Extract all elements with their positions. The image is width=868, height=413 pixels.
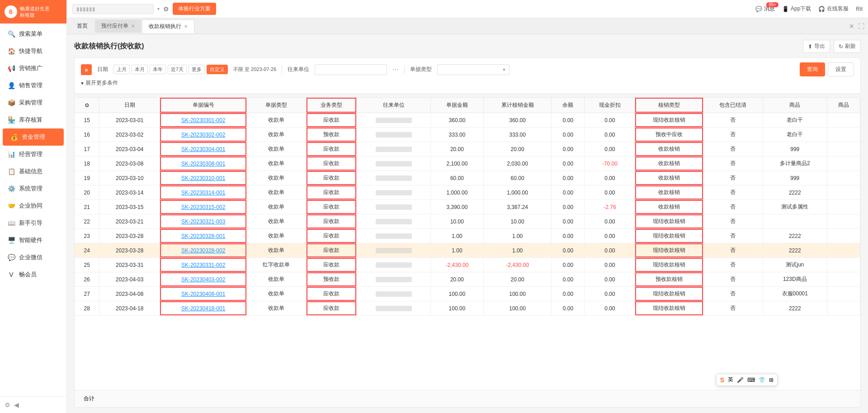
tab-receipt[interactable]: 收款核销执行 ✕ xyxy=(142,19,194,33)
col-gear-header[interactable]: ⚙ xyxy=(75,98,99,113)
basic-icon: 📋 xyxy=(7,167,15,176)
cell-product: 2222 xyxy=(763,301,827,316)
last-month-button[interactable]: 上月 xyxy=(113,65,130,74)
topbar-gear-icon[interactable]: ⚙ xyxy=(163,5,169,13)
settings-icon[interactable]: ⚙ xyxy=(5,401,10,408)
col-includesettled-header: 包含已结清 xyxy=(703,98,763,113)
cell-includesettled: 否 xyxy=(703,214,763,229)
footer-total-label: 合计 xyxy=(79,393,99,404)
table-row: 272023-04-08SK-20230408-001收款单应收款100.001… xyxy=(75,287,860,301)
filter-toggle-button[interactable]: » xyxy=(81,64,92,75)
cell-docnum[interactable]: SK-20230328-002 xyxy=(160,243,247,258)
query-button[interactable]: 查询 xyxy=(800,62,825,76)
tab-home[interactable]: 首页 xyxy=(71,19,94,33)
cell-product: 2222 xyxy=(763,243,827,258)
cell-canceltype: 现结收款核销 xyxy=(635,214,703,229)
cell-date: 2023-03-28 xyxy=(99,243,160,258)
cell-seq: 25 xyxy=(75,258,99,272)
filter-dots[interactable]: ··· xyxy=(392,66,398,74)
ime-mic-icon[interactable]: 🎤 xyxy=(737,377,744,383)
cell-biztype: 预收款 xyxy=(306,272,357,287)
cell-docnum[interactable]: SK-20230403-002 xyxy=(160,272,247,287)
expand-button[interactable]: ▾ 展开更多条件 xyxy=(81,79,854,87)
tab-prepay[interactable]: 预付应付单 ✕ xyxy=(95,19,141,33)
cell-canceltype: 现结收款核销 xyxy=(635,287,703,301)
cell-docnum[interactable]: SK-20230310-001 xyxy=(160,171,247,185)
ime-grid-icon[interactable]: ⊞ xyxy=(769,377,774,383)
table-row: 262023-04-03SK-20230403-002收款单预收款20.0020… xyxy=(75,272,860,287)
cell-docnum[interactable]: SK-20230321-003 xyxy=(160,214,247,229)
refresh-button[interactable]: ↻ 刷新 xyxy=(834,40,861,53)
cell-amount: 333.00 xyxy=(431,128,483,142)
sidebar-item-member[interactable]: V畅会员 xyxy=(0,266,66,283)
ime-shirt-icon[interactable]: 👕 xyxy=(759,377,765,383)
table-row: 212023-03-15SK-20230315-002收款单应收款3,390.0… xyxy=(75,200,860,214)
more-date-button[interactable]: 更多 xyxy=(189,65,205,74)
sidebar-item-basic[interactable]: 📋基础信息 xyxy=(0,163,66,180)
guide-icon: 📖 xyxy=(7,219,15,227)
cell-canceltype: 现结收款核销 xyxy=(635,229,703,243)
solution-button[interactable]: 体验行业方案 xyxy=(173,3,216,15)
cell-docnum[interactable]: SK-20230315-002 xyxy=(160,200,247,214)
table-scroll-area[interactable]: ⚙ 日期 单据编号 单据类型 业务类型 往来单位 单据金额 累计核销金额 余额 … xyxy=(75,98,860,390)
sidebar-item-finance[interactable]: 💰资金管理 xyxy=(3,128,64,146)
cell-product2 xyxy=(827,301,860,316)
filter-settings-button[interactable]: 设置 xyxy=(828,62,854,76)
sidebar-item-inventory[interactable]: 🏪库存核算 xyxy=(0,111,66,128)
message-button[interactable]: 💬 消息 99+ xyxy=(755,5,775,13)
topbar-search-box[interactable]: ▮▮▮▮▮▮ xyxy=(72,4,154,14)
cell-docnum[interactable]: SK-20230302-002 xyxy=(160,128,247,142)
app-download-button[interactable]: 📱 App下载 xyxy=(782,5,811,13)
partner-input[interactable] xyxy=(315,64,387,75)
window-expand-icon[interactable]: ⛶ xyxy=(858,23,864,30)
ime-keyboard-icon[interactable]: ⌨ xyxy=(747,377,755,383)
cell-docnum[interactable]: SK-20230408-001 xyxy=(160,287,247,301)
voucher-type-select[interactable]: ▾ xyxy=(437,64,509,75)
sidebar-item-search[interactable]: 🔍搜索菜单 xyxy=(0,25,66,43)
last-7days-button[interactable]: 近7天 xyxy=(168,65,187,74)
cell-docnum[interactable]: SK-20230314-001 xyxy=(160,185,247,200)
cell-includesettled: 否 xyxy=(703,229,763,243)
col-date-header: 日期 xyxy=(99,98,160,113)
cell-docnum[interactable]: SK-20230331-002 xyxy=(160,258,247,272)
window-close-icon[interactable]: ✕ xyxy=(849,23,854,30)
cell-docnum[interactable]: SK-20230301-002 xyxy=(160,113,247,128)
sidebar-item-wechat[interactable]: 💬企业微信 xyxy=(0,249,66,266)
cell-canceltype: 预收款核销 xyxy=(635,272,703,287)
sidebar-label-finance: 资金管理 xyxy=(22,133,45,141)
cell-balance: 0.00 xyxy=(552,214,585,229)
dropdown-arrow-icon[interactable]: ▾ xyxy=(157,6,160,11)
sidebar-item-operation[interactable]: 📊经营管理 xyxy=(0,146,66,163)
this-month-button[interactable]: 本月 xyxy=(132,65,148,74)
sidebar-item-marketing[interactable]: 📢营销推广 xyxy=(0,60,66,77)
cell-docnum[interactable]: SK-20230418-001 xyxy=(160,301,247,316)
topbar: ▮▮▮▮▮▮ ▾ ⚙ 体验行业方案 💬 消息 99+ 📱 App下载 🎧 在线客… xyxy=(67,0,868,18)
custom-date-button[interactable]: 自定义 xyxy=(207,65,228,74)
tab-receipt-close-icon[interactable]: ✕ xyxy=(184,24,188,29)
export-button[interactable]: ⬆ 导出 xyxy=(803,40,830,53)
cell-docnum[interactable]: SK-20230308-001 xyxy=(160,157,247,171)
cell-docnum[interactable]: SK-20230304-001 xyxy=(160,142,247,157)
cell-cashdiscount: 0.00 xyxy=(585,229,635,243)
cell-docnum[interactable]: SK-20230328-001 xyxy=(160,229,247,243)
cell-balance: 0.00 xyxy=(552,243,585,258)
sidebar-item-guide[interactable]: 📖新手引导 xyxy=(0,214,66,232)
sidebar-item-system[interactable]: ⚙️系统管理 xyxy=(0,180,66,197)
cell-cumulative: 333.00 xyxy=(483,128,552,142)
sidebar-item-enterprise[interactable]: 🤝企业协同 xyxy=(0,197,66,214)
collapse-icon[interactable]: ◀ xyxy=(14,401,19,408)
cell-cumulative: 100.00 xyxy=(483,301,552,316)
sidebar-item-quick[interactable]: 🏠快捷导航 xyxy=(0,43,66,60)
cell-cumulative: 3,387.24 xyxy=(483,200,552,214)
sidebar-item-hardware[interactable]: 🖥️智能硬件 xyxy=(0,232,66,249)
cell-balance: 0.00 xyxy=(552,258,585,272)
cell-biztype: 应收款 xyxy=(306,301,357,316)
sidebar-item-purchase[interactable]: 📦采购管理 xyxy=(0,94,66,111)
tab-prepay-close-icon[interactable]: ✕ xyxy=(131,24,135,28)
table-row: 172023-03-04SK-20230304-001收款单应收款20.0020… xyxy=(75,142,860,157)
sidebar-item-sales[interactable]: 👤销售管理 xyxy=(0,77,66,94)
online-service-button[interactable]: 🎧 在线客服 xyxy=(818,5,849,13)
cell-cumulative: 1.00 xyxy=(483,229,552,243)
cell-cashdiscount: 0.00 xyxy=(585,113,635,128)
this-year-button[interactable]: 本年 xyxy=(150,65,166,74)
